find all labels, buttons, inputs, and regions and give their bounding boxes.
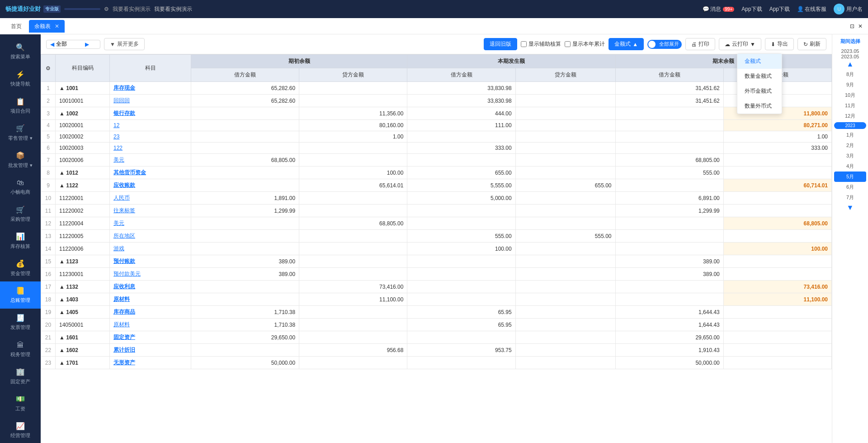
account-name-cell[interactable]: 预付款美元 — [110, 268, 191, 281]
account-name-link[interactable]: 往来标签 — [113, 207, 135, 214]
sidebar-item-inventory[interactable]: 📊 库存核算 — [0, 227, 41, 254]
period-down-arrow[interactable]: ▼ — [847, 204, 854, 212]
dropdown-item-amount[interactable]: 金额式 — [737, 54, 782, 69]
month-12[interactable]: 12月 — [834, 111, 866, 121]
sidebar-item-fixed-assets[interactable]: 🏢 固定资产 — [0, 362, 41, 390]
dropdown-item-qty-foreign[interactable]: 数量外币式 — [737, 99, 782, 114]
account-name-link[interactable]: 23 — [113, 133, 119, 140]
sidebar-item-payroll[interactable]: 💵 工资 — [0, 390, 41, 417]
account-name-cell[interactable]: 美元 — [110, 154, 191, 167]
search-bar-placeholder[interactable] — [64, 8, 100, 10]
tax-icon: 🏛 — [2, 340, 39, 350]
tab-close-icon[interactable]: ✕ — [55, 23, 59, 29]
amount-mode-btn[interactable]: 金额式 ▲ — [609, 38, 644, 50]
search-left-arrow[interactable]: ◀ — [50, 41, 54, 48]
search-input[interactable] — [56, 41, 83, 48]
table-row: 21 ▲ 1601 固定资产 29,650.00 29,650.00 — [41, 331, 832, 344]
search-right-arrow[interactable]: ▶ — [85, 41, 89, 48]
account-code-cell: ▲ 1012 — [56, 167, 110, 179]
search-box[interactable]: ◀ ▶ — [46, 40, 100, 49]
app-download-label[interactable]: App下载 — [769, 5, 790, 13]
month-4[interactable]: 4月 — [834, 161, 866, 171]
cloud-print-btn[interactable]: ☁ 云打印 ▼ — [719, 38, 761, 50]
year-2023[interactable]: 2023 — [834, 122, 866, 129]
show-auxiliary-check[interactable]: 显示辅助核算 — [521, 40, 561, 48]
sidebar-item-wholesale[interactable]: 📦 批发管理 ▾ — [0, 146, 41, 173]
sidebar-item-ecommerce[interactable]: 🛍 小畅电商 — [0, 173, 41, 200]
month-5[interactable]: 5月 — [834, 171, 866, 182]
ob-credit-cell — [299, 331, 407, 344]
account-name-cell: 原材料 — [110, 293, 191, 306]
sidebar-item-tax[interactable]: 🏛 税务管理 — [0, 336, 41, 363]
dropdown-item-qty-amount[interactable]: 数量金额式 — [737, 69, 782, 84]
expand-all-toggle[interactable]: 全部展开 — [647, 40, 682, 49]
account-name-cell[interactable]: 23 — [110, 131, 191, 143]
row-num: 19 — [41, 306, 56, 319]
sidebar-item-ledger[interactable]: 📒 总账管理 — [0, 281, 41, 309]
account-name-cell[interactable]: 美元 — [110, 217, 191, 230]
account-name-link[interactable]: 游戏 — [113, 245, 124, 252]
row-num: 3 — [41, 107, 56, 120]
account-name-cell[interactable]: 12 — [110, 120, 191, 131]
account-name-link[interactable]: 回回回 — [113, 97, 130, 104]
account-name-cell[interactable]: 原材料 — [110, 319, 191, 331]
account-name-link[interactable]: 预付款美元 — [113, 271, 141, 277]
online-service-btn[interactable]: 👤 在线客服 — [797, 5, 826, 13]
dropdown-item-foreign-amount[interactable]: 外币金额式 — [737, 84, 782, 99]
month-8[interactable]: 8月 — [834, 69, 866, 80]
account-name-link[interactable]: 122 — [113, 145, 123, 151]
month-1[interactable]: 1月 — [834, 130, 866, 140]
expand-more-btn[interactable]: ▼ 展开更多 — [104, 38, 145, 50]
month-2[interactable]: 2月 — [834, 140, 866, 151]
table-row: 4 10020001 12 80,160.00 111.00 80,271.00 — [41, 120, 832, 131]
sidebar-item-operations[interactable]: 📈 经营管理 — [0, 417, 41, 443]
account-name-cell[interactable]: 人民币 — [110, 192, 191, 205]
cb-debit-cell — [615, 179, 723, 192]
export-btn[interactable]: ⬇ 导出 — [765, 38, 794, 50]
sidebar-item-invoice[interactable]: 🧾 发票管理 — [0, 309, 41, 336]
month-6[interactable]: 6月 — [834, 182, 866, 192]
sidebar-item-project[interactable]: 📋 项目合同 — [0, 92, 41, 119]
settings-icon[interactable]: ⚙ — [104, 6, 109, 12]
sidebar-item-search[interactable]: 🔍 搜索菜单 — [0, 38, 41, 65]
th-account-code: 科目编码 — [56, 55, 110, 82]
account-name-cell[interactable]: 所在地区 — [110, 230, 191, 243]
user-avatar[interactable]: U 用户名 — [834, 4, 863, 14]
th-settings[interactable]: ⚙ — [41, 55, 56, 82]
print-icon: 🖨 — [691, 41, 697, 48]
message-btn[interactable]: 💬 消息 99+ — [703, 5, 734, 13]
demo-link[interactable]: 我要看实例演示 — [113, 5, 151, 13]
month-3[interactable]: 3月 — [834, 151, 866, 161]
month-10[interactable]: 10月 — [834, 90, 866, 100]
sidebar-item-retail[interactable]: 🛒 零售管理 ▾ — [0, 119, 41, 146]
account-name-link[interactable]: 12 — [113, 122, 119, 129]
account-name-link[interactable]: 所在地区 — [113, 233, 135, 239]
account-name-link[interactable]: 人民币 — [113, 195, 130, 201]
month-9[interactable]: 9月 — [834, 80, 866, 90]
sidebar-item-nav[interactable]: ⚡ 快捷导航 — [0, 65, 41, 92]
show-ytd-check[interactable]: 显示本年累计 — [565, 40, 605, 48]
month-7[interactable]: 7月 — [834, 192, 866, 203]
cb-credit-cell — [723, 268, 831, 281]
account-name-cell[interactable]: 122 — [110, 143, 191, 154]
tab-close-all-icon[interactable]: ✕ — [858, 23, 863, 29]
month-11[interactable]: 11月 — [834, 100, 866, 111]
sidebar-item-purchase[interactable]: 🛒 采购管理 — [0, 200, 41, 228]
tab-balance[interactable]: 余额表 ✕ — [29, 20, 65, 33]
account-name-cell[interactable]: 游戏 — [110, 243, 191, 255]
account-name-cell[interactable]: 回回回 — [110, 95, 191, 107]
tab-restore-icon[interactable]: ⊡ — [850, 23, 854, 29]
tab-home[interactable]: 首页 — [5, 20, 27, 33]
back-to-old-btn[interactable]: 退回旧版 — [484, 38, 517, 50]
account-name-cell[interactable]: 往来标签 — [110, 205, 191, 217]
pd-debit-cell: 444.00 — [407, 107, 515, 120]
account-name-link[interactable]: 美元 — [113, 220, 124, 226]
demo-link-text[interactable]: 我要看实例演示 — [154, 5, 192, 13]
account-name-link[interactable]: 美元 — [113, 157, 124, 163]
sidebar-item-fund[interactable]: 💰 资金管理 — [0, 254, 41, 281]
print-btn[interactable]: 🖨 打印 — [685, 38, 715, 50]
period-up-arrow[interactable]: ▲ — [847, 60, 854, 68]
account-name-link[interactable]: 原材料 — [113, 321, 130, 328]
app-download-btn[interactable]: App下载 — [741, 5, 762, 13]
refresh-btn[interactable]: ↻ 刷新 — [797, 38, 826, 50]
